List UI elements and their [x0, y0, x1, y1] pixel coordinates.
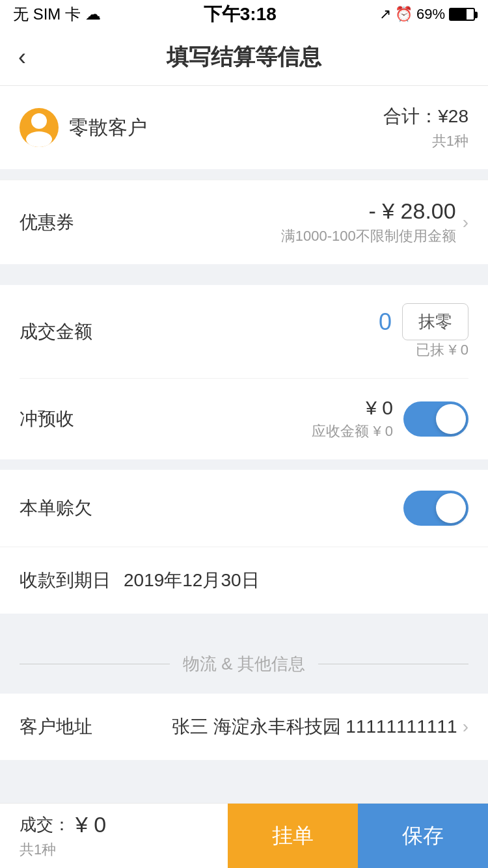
nav-bar: ‹ 填写结算等信息 — [0, 29, 488, 86]
avatar — [20, 108, 59, 147]
coupon-right: - ¥ 28.00 满1000-100不限制使用金额 › — [281, 198, 468, 246]
back-button[interactable]: ‹ — [18, 44, 26, 71]
bottom-bar: 成交： ¥ 0 共1种 挂单 保存 — [0, 803, 488, 868]
coupon-desc: 满1000-100不限制使用金额 — [281, 226, 456, 246]
deal-label: 成交： — [20, 813, 70, 836]
prepay-amount: ¥ 0 — [312, 397, 393, 419]
address-row[interactable]: 客户地址 张三 海淀永丰科技园 11111111111 › — [0, 694, 488, 760]
debt-label: 本单赊欠 — [20, 496, 92, 521]
content-area: 零散客户 合计：¥28 共1种 优惠券 - ¥ 28.00 满1000-100不… — [0, 86, 488, 848]
logistics-line-right — [318, 664, 468, 664]
debt-section: 本单赊欠 收款到期日 2019年12月30日 — [0, 470, 488, 614]
battery-percent: 69% — [416, 6, 445, 23]
logistics-line-left — [20, 664, 170, 664]
chevron-right-icon-2: › — [463, 716, 468, 737]
page-title: 填写结算等信息 — [167, 42, 321, 72]
transaction-sub: 已抹 ¥ 0 — [353, 340, 468, 360]
transaction-section: 成交金额 0 抹零 已抹 ¥ 0 冲预收 ¥ 0 应收金额 ¥ 0 — [0, 285, 488, 459]
prepay-sub: 应收金额 ¥ 0 — [312, 422, 393, 441]
customer-total: 合计：¥28 共1种 — [383, 104, 468, 151]
chevron-right-icon: › — [463, 212, 468, 233]
coupon-section: 优惠券 - ¥ 28.00 满1000-100不限制使用金额 › — [0, 180, 488, 264]
prepayment-toggle[interactable] — [403, 401, 468, 437]
total-amount: 合计：¥28 — [383, 104, 468, 129]
coupon-info: - ¥ 28.00 满1000-100不限制使用金额 — [281, 198, 456, 246]
suspend-button[interactable]: 挂单 — [228, 804, 358, 869]
address-section: 客户地址 张三 海淀永丰科技园 11111111111 › — [0, 694, 488, 760]
location-icon: ↗ — [379, 6, 391, 23]
due-date-label: 收款到期日 — [20, 568, 111, 593]
transaction-row: 成交金额 0 抹零 已抹 ¥ 0 — [20, 285, 468, 379]
separator-3 — [0, 624, 488, 634]
debt-row: 本单赊欠 — [0, 470, 488, 547]
transaction-amount[interactable]: 0 — [353, 308, 392, 336]
logistics-label: 物流 & 其他信息 — [183, 653, 305, 675]
status-right: ↗ ⏰ 69% — [379, 6, 475, 23]
transaction-label: 成交金额 — [20, 319, 92, 344]
battery-icon — [449, 8, 475, 21]
coupon-row[interactable]: 优惠券 - ¥ 28.00 满1000-100不限制使用金额 › — [0, 180, 488, 264]
customer-row: 零散客户 合计：¥28 共1种 — [0, 86, 488, 169]
round-button[interactable]: 抹零 — [402, 303, 468, 340]
coupon-amount: - ¥ 28.00 — [281, 198, 456, 224]
prepay-info: ¥ 0 应收金额 ¥ 0 — [312, 397, 393, 441]
address-value: 张三 海淀永丰科技园 11111111111 — [172, 714, 457, 739]
person-icon — [20, 108, 59, 147]
due-date-row: 收款到期日 2019年12月30日 — [0, 547, 488, 614]
sim-label: 无 SIM 卡 ☁ — [13, 4, 101, 25]
svg-point-1 — [26, 131, 52, 147]
bottom-count: 共1种 — [20, 840, 208, 860]
customer-section: 零散客户 合计：¥28 共1种 — [0, 86, 488, 169]
bottom-info: 成交： ¥ 0 共1种 — [0, 812, 228, 860]
status-left: 无 SIM 卡 ☁ — [13, 4, 101, 25]
prepayment-row: 冲预收 ¥ 0 应收金额 ¥ 0 — [20, 379, 468, 459]
total-count: 共1种 — [383, 131, 468, 151]
save-button[interactable]: 保存 — [358, 804, 488, 869]
customer-name: 零散客户 — [69, 115, 147, 141]
separator-2 — [0, 459, 488, 470]
address-right: 张三 海淀永丰科技园 11111111111 › — [159, 714, 468, 739]
svg-point-0 — [31, 113, 47, 129]
due-date-value: 2019年12月30日 — [124, 568, 260, 593]
deal-amount: ¥ 0 — [75, 812, 106, 837]
coupon-label: 优惠券 — [20, 210, 74, 235]
alarm-icon: ⏰ — [395, 6, 413, 23]
prepayment-label: 冲预收 — [20, 407, 74, 431]
customer-left: 零散客户 — [20, 108, 147, 147]
logistics-header: 物流 & 其他信息 — [0, 634, 488, 694]
transaction-right: 0 抹零 已抹 ¥ 0 — [353, 303, 468, 360]
trans-right: 0 抹零 — [353, 303, 468, 340]
status-time: 下午3:18 — [204, 2, 277, 27]
debt-toggle[interactable] — [403, 491, 468, 526]
status-bar: 无 SIM 卡 ☁ 下午3:18 ↗ ⏰ 69% — [0, 0, 488, 29]
prepayment-right: ¥ 0 应收金额 ¥ 0 — [312, 397, 468, 441]
deal-row: 成交： ¥ 0 — [20, 812, 208, 837]
address-label: 客户地址 — [20, 714, 92, 739]
separator-1 — [0, 275, 488, 285]
